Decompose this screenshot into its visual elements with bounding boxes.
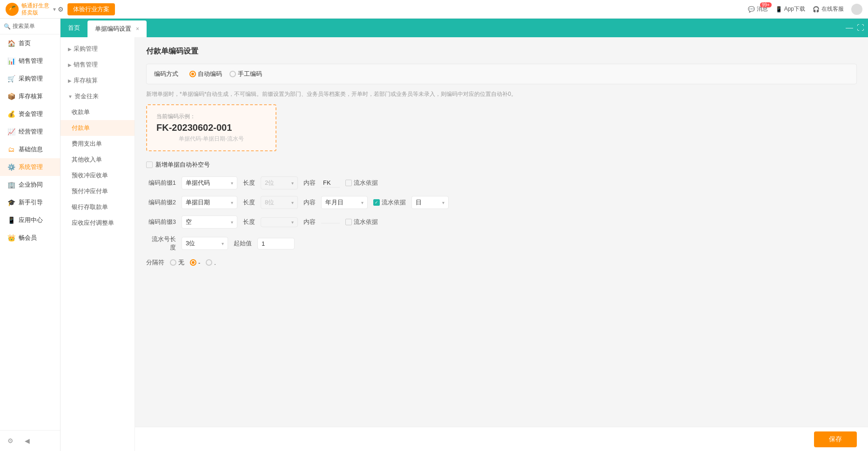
auto-code-radio[interactable]: 自动编码 bbox=[189, 70, 222, 78]
prefix2-watermark-checkbox[interactable]: ✓ bbox=[373, 199, 380, 206]
prefix3-watermark-check: 流水依据 bbox=[345, 218, 378, 226]
tab-home[interactable]: 首页 bbox=[61, 19, 87, 37]
sidebar-item-base[interactable]: 🗂 基础信息 bbox=[0, 141, 60, 158]
submenu-item-other-income[interactable]: 其他收入单 bbox=[61, 152, 135, 168]
sidebar-item-member[interactable]: 👑 畅会员 bbox=[0, 229, 60, 247]
prefix1-content-value: FK bbox=[321, 178, 340, 188]
prefix3-dropdown-icon: ▾ bbox=[231, 220, 233, 225]
sep-none-radio[interactable]: 无 bbox=[170, 258, 184, 267]
prefix2-select[interactable]: 单据日期 ▾ bbox=[182, 196, 237, 209]
sep-dot-radio[interactable]: . bbox=[206, 259, 216, 266]
arrow-right-icon: ▶ bbox=[68, 47, 72, 52]
prefix2-cycle-select[interactable]: 日 ▾ bbox=[411, 196, 449, 209]
prefix3-content-value bbox=[321, 221, 340, 223]
tab-bar-right: — ⛶ bbox=[846, 24, 868, 32]
prefix2-content-dropdown-icon: ▾ bbox=[361, 200, 363, 205]
sidebar-item-newbie[interactable]: 🎓 新手引导 bbox=[0, 194, 60, 211]
submenu-item-advance-receipt[interactable]: 预收冲应收单 bbox=[61, 168, 135, 183]
auto-fill-label: 新增单据自动补空号 bbox=[155, 161, 210, 169]
tab-active[interactable]: 单据编码设置 × bbox=[87, 20, 147, 37]
prefix3-content-label: 内容 bbox=[303, 218, 316, 226]
newbie-icon: 🎓 bbox=[7, 199, 15, 206]
purchase-icon: 🛒 bbox=[7, 75, 15, 82]
start-value-input[interactable] bbox=[257, 238, 295, 249]
manual-code-radio[interactable]: 手工编码 bbox=[229, 70, 262, 78]
prefix3-row: 编码前缀3 空 ▾ 长度 ▾ 内容 bbox=[146, 215, 857, 229]
submenu-item-receipt[interactable]: 收款单 bbox=[61, 104, 135, 120]
save-button[interactable]: 保存 bbox=[814, 431, 857, 447]
prefix1-select[interactable]: 单据代码 ▾ bbox=[182, 176, 237, 189]
tab-expand-icon[interactable]: ⛶ bbox=[857, 24, 864, 32]
submenu-item-expense[interactable]: 费用支出单 bbox=[61, 136, 135, 152]
arrow-right-icon2: ▶ bbox=[68, 62, 72, 67]
sidebar-item-finance[interactable]: 💰 资金管理 bbox=[0, 105, 60, 123]
prefix3-length-dropdown-icon: ▾ bbox=[291, 220, 294, 225]
sep-none-radio-dot bbox=[170, 259, 176, 266]
prefix3-select[interactable]: 空 ▾ bbox=[182, 215, 237, 229]
submenu-group-title-sales[interactable]: ▶ 销售管理 bbox=[61, 57, 135, 73]
sidebar-item-inventory[interactable]: 📦 库存核算 bbox=[0, 88, 60, 105]
prefix1-watermark-check: 流水依据 bbox=[345, 179, 378, 187]
search-icon: 🔍 bbox=[4, 23, 11, 30]
settings-bottom-icon[interactable]: ⚙ bbox=[4, 434, 17, 447]
sidebar-item-enterprise[interactable]: 🏢 企业协同 bbox=[0, 176, 60, 194]
prefix3-watermark-checkbox[interactable] bbox=[345, 219, 352, 225]
submenu-item-bank-deposit[interactable]: 银行存取款单 bbox=[61, 199, 135, 215]
serial-length-select[interactable]: 3位 ▾ bbox=[182, 237, 228, 250]
sidebar-bottom: ⚙ ◀ bbox=[0, 430, 60, 451]
serial-length-dropdown-icon: ▾ bbox=[222, 241, 224, 246]
prefix1-length-select[interactable]: 2位 ▾ bbox=[261, 176, 298, 189]
submenu: ▶ 采购管理 ▶ 销售管理 ▶ 库存核算 bbox=[61, 37, 135, 451]
sales-icon: 📊 bbox=[7, 57, 15, 65]
system-icon: ⚙️ bbox=[7, 163, 15, 171]
submenu-item-payment[interactable]: 付款单 bbox=[61, 120, 135, 136]
sep-dot-radio-dot bbox=[206, 259, 212, 266]
prefix1-content-label: 内容 bbox=[303, 179, 316, 187]
avatar[interactable] bbox=[851, 4, 862, 15]
sidebar-search[interactable]: 🔍 搜索菜单 bbox=[0, 19, 60, 34]
prefix1-length-label: 长度 bbox=[243, 179, 255, 187]
sep-dash-radio[interactable]: - bbox=[190, 259, 200, 266]
settings-icon[interactable]: ⚙ bbox=[58, 6, 64, 13]
online-service-button[interactable]: 🎧 在线客服 bbox=[813, 5, 844, 13]
encoding-method-section: 编码方式 自动编码 手工编码 bbox=[146, 64, 857, 84]
arrow-right-icon3: ▶ bbox=[68, 78, 72, 83]
message-icon: 💬 bbox=[748, 6, 755, 13]
prefix2-length-label: 长度 bbox=[243, 198, 255, 207]
submenu-group-title-inventory[interactable]: ▶ 库存核算 bbox=[61, 73, 135, 88]
sidebar-item-purchase[interactable]: 🛒 采购管理 bbox=[0, 70, 60, 88]
prefix1-watermark-checkbox[interactable] bbox=[345, 180, 352, 186]
auto-fill-checkbox[interactable] bbox=[146, 162, 153, 168]
encoding-radio-group: 自动编码 手工编码 bbox=[189, 70, 262, 78]
nav-dropdown-icon[interactable]: ▾ bbox=[53, 6, 56, 13]
sidebar-item-sales[interactable]: 📊 销售管理 bbox=[0, 52, 60, 70]
prefix3-length-select[interactable]: ▾ bbox=[261, 217, 298, 227]
prefix2-length-select[interactable]: 8位 ▾ bbox=[261, 196, 298, 209]
app-download-button[interactable]: 📱 App下载 bbox=[775, 5, 805, 13]
sidebar-item-operations[interactable]: 📈 经营管理 bbox=[0, 123, 60, 141]
prefix2-cycle-dropdown-icon: ▾ bbox=[442, 200, 444, 205]
sidebar-item-system[interactable]: ⚙️ 系统管理 bbox=[0, 158, 60, 176]
submenu-group-title-purchase[interactable]: ▶ 采购管理 bbox=[61, 41, 135, 57]
hint-text: 新增单据时，*单据编码*自动生成，不可编辑。前缀设置为部门、业务员等档案类，开单… bbox=[146, 90, 857, 99]
submenu-item-advance-payment[interactable]: 预付冲应付单 bbox=[61, 183, 135, 199]
collapse-icon[interactable]: ◀ bbox=[20, 434, 34, 447]
sidebar-item-home[interactable]: 🏠 首页 bbox=[0, 34, 60, 52]
top-bar-right: 💬 消息 99+ 📱 App下载 🎧 在线客服 bbox=[748, 4, 862, 15]
prefix2-content-select[interactable]: 年月日 ▾ bbox=[321, 196, 368, 209]
member-icon: 👑 bbox=[7, 234, 15, 242]
prefix2-content-label: 内容 bbox=[303, 198, 316, 207]
sidebar-item-apps[interactable]: 📱 应用中心 bbox=[0, 211, 60, 229]
tab-minimize-icon[interactable]: — bbox=[846, 24, 853, 32]
tab-close-icon[interactable]: × bbox=[136, 26, 139, 32]
submenu-item-payable-adjust[interactable]: 应收应付调整单 bbox=[61, 215, 135, 231]
home-icon: 🏠 bbox=[7, 40, 15, 47]
submenu-group-title-capital[interactable]: ▼ 资金往来 bbox=[61, 88, 135, 104]
top-bar-left: 🍊 畅通好生意 搭卖版 ▾ ⚙ 体验行业方案 bbox=[6, 2, 744, 16]
prefix2-dropdown-icon: ▾ bbox=[231, 200, 233, 205]
app-download-icon: 📱 bbox=[775, 6, 782, 13]
sidebar: 🔍 搜索菜单 🏠 首页 📊 销售管理 🛒 采购管理 📦 库存核算 💰 资金管理 … bbox=[0, 19, 61, 451]
separator-row: 分隔符 无 - . bbox=[146, 258, 857, 267]
trial-button[interactable]: 体验行业方案 bbox=[67, 3, 115, 15]
message-button[interactable]: 💬 消息 99+ bbox=[748, 5, 768, 13]
